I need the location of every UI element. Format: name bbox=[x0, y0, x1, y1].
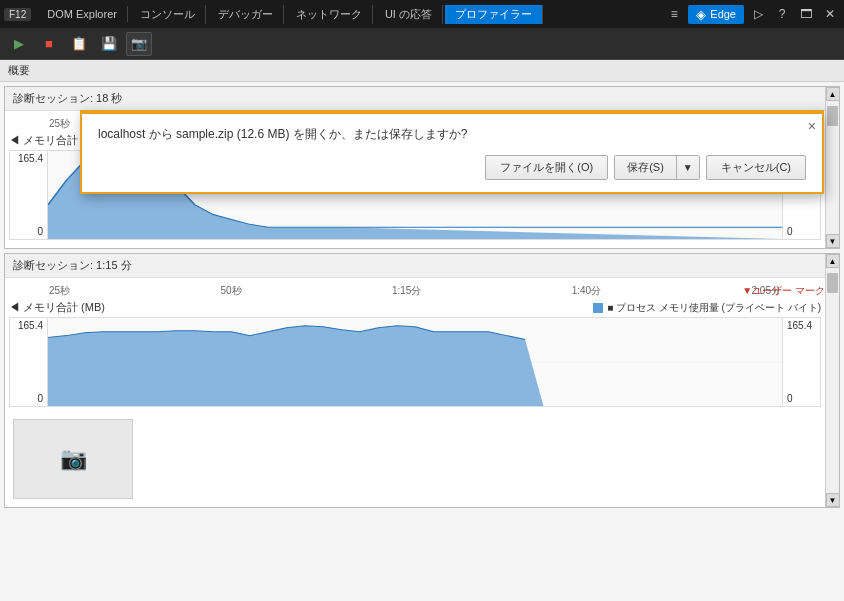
session1-title: 診断セッション: 18 秒 bbox=[13, 92, 122, 104]
time-label-2-2: 50秒 bbox=[220, 284, 241, 298]
tab-network[interactable]: ネットワーク bbox=[286, 5, 373, 24]
chart-area-2: 25秒 50秒 1:15分 1:40分 2:05分 ▼ユーザー マーク ◀ メモ… bbox=[5, 278, 825, 415]
title-bar: F12 DOM Explorer コンソール デバッガー ネットワーク UI の… bbox=[0, 0, 844, 28]
toolbar: ▶ ■ 📋 💾 📷 bbox=[0, 28, 844, 60]
camera-button[interactable]: 📷 bbox=[126, 32, 152, 56]
tab-ui-response[interactable]: UI の応答 bbox=[375, 5, 443, 24]
open-file-button[interactable]: ファイルを開く(O) bbox=[485, 155, 608, 180]
screenshot-thumbnail: 📷 bbox=[13, 419, 133, 499]
user-mark-2: ▼ユーザー マーク bbox=[742, 284, 825, 298]
breadcrumb: 概要 bbox=[0, 60, 844, 82]
dialog-buttons: ファイルを開く(O) 保存(S) ▼ キャンセル(C) bbox=[98, 155, 806, 180]
y-left-bottom-1: 0 bbox=[12, 226, 43, 237]
save-button-arrow[interactable]: ▼ bbox=[677, 156, 699, 179]
scroll-down-1[interactable]: ▼ bbox=[826, 234, 840, 248]
time-label-2-3: 1:15分 bbox=[392, 284, 421, 298]
save-button[interactable]: 💾 bbox=[96, 32, 122, 56]
f12-key: F12 bbox=[4, 8, 31, 21]
scroll-up-1[interactable]: ▲ bbox=[826, 87, 840, 101]
title-bar-right: ≡ ◈ Edge ▷ ? 🗖 ✕ bbox=[664, 4, 840, 24]
screenshot-area: 📷 bbox=[5, 415, 825, 507]
tab-dom-explorer[interactable]: DOM Explorer bbox=[37, 6, 128, 22]
chart-svg-2 bbox=[48, 318, 782, 406]
scroll-up-2[interactable]: ▲ bbox=[826, 254, 840, 268]
y-left-top-1: 165.4 bbox=[12, 153, 43, 164]
save-button-main[interactable]: 保存(S) bbox=[615, 156, 677, 179]
time-label-2-1: 25秒 bbox=[49, 284, 70, 298]
restore-icon[interactable]: 🗖 bbox=[796, 4, 816, 24]
save-split-button: 保存(S) ▼ bbox=[614, 155, 700, 180]
camera-icon-large: 📷 bbox=[60, 446, 87, 472]
chart-body-2: 165.4 0 165.4 0 bbox=[9, 317, 821, 407]
y-right-top-2: 165.4 bbox=[787, 320, 818, 331]
stop-button[interactable]: ■ bbox=[36, 32, 62, 56]
session2-header: 診断セッション: 1:15 分 bbox=[5, 254, 825, 278]
tab-debugger[interactable]: デバッガー bbox=[208, 5, 284, 24]
menu-icon[interactable]: ≡ bbox=[664, 4, 684, 24]
import-button[interactable]: 📋 bbox=[66, 32, 92, 56]
legend-box-2 bbox=[593, 303, 603, 313]
tab-console[interactable]: コンソール bbox=[130, 5, 206, 24]
time-label-1-1: 25秒 bbox=[49, 117, 70, 131]
y-right-bottom-2: 0 bbox=[787, 393, 818, 404]
y-right-bottom-1: 0 bbox=[787, 226, 818, 237]
scroll-thumb-2[interactable] bbox=[826, 268, 839, 493]
close-icon[interactable]: ✕ bbox=[820, 4, 840, 24]
section-label-2: ◀ メモリ合計 (MB) bbox=[9, 300, 105, 315]
breadcrumb-label: 概要 bbox=[8, 64, 30, 76]
dialog-close-button[interactable]: × bbox=[808, 118, 816, 134]
play-button[interactable]: ▶ bbox=[6, 32, 32, 56]
tab-profiler[interactable]: プロファイラー bbox=[445, 5, 543, 24]
session-panel-2: 診断セッション: 1:15 分 25秒 50秒 1:15分 1:40分 2:05… bbox=[4, 253, 840, 508]
edge-button[interactable]: ◈ Edge bbox=[688, 5, 744, 24]
scroll-down-2[interactable]: ▼ bbox=[826, 493, 840, 507]
session2-title: 診断セッション: 1:15 分 bbox=[13, 259, 132, 271]
edge-label: Edge bbox=[710, 8, 736, 20]
legend-label-2: ■ プロセス メモリ使用量 (プライベート バイト) bbox=[607, 301, 821, 315]
y-left-bottom-2: 0 bbox=[12, 393, 43, 404]
legend-2: ■ プロセス メモリ使用量 (プライベート バイト) bbox=[593, 301, 821, 315]
edge-icon: ◈ bbox=[696, 7, 706, 22]
help-icon[interactable]: ? bbox=[772, 4, 792, 24]
dialog-overlay: × localhost から sample.zip (12.6 MB) を開くか… bbox=[80, 110, 824, 194]
dialog-text: localhost から sample.zip (12.6 MB) を開くか、ま… bbox=[98, 126, 806, 143]
main-content: 概要 診断セッション: 18 秒 25秒 50秒 1:15分 1:40分 2:0… bbox=[0, 60, 844, 601]
expand-icon[interactable]: ▷ bbox=[748, 4, 768, 24]
y-left-top-2: 165.4 bbox=[12, 320, 43, 331]
scroll-bar-2[interactable]: ▲ ▼ bbox=[825, 254, 839, 507]
scroll-bar-1[interactable]: ▲ ▼ bbox=[825, 87, 839, 248]
cancel-button[interactable]: キャンセル(C) bbox=[706, 155, 806, 180]
time-label-2-4: 1:40分 bbox=[572, 284, 601, 298]
session1-header: 診断セッション: 18 秒 bbox=[5, 87, 825, 111]
user-mark-2-label: ▼ユーザー マーク bbox=[742, 285, 825, 296]
scroll-thumb-1[interactable] bbox=[826, 101, 839, 234]
dialog-box: × localhost から sample.zip (12.6 MB) を開くか… bbox=[80, 110, 824, 194]
